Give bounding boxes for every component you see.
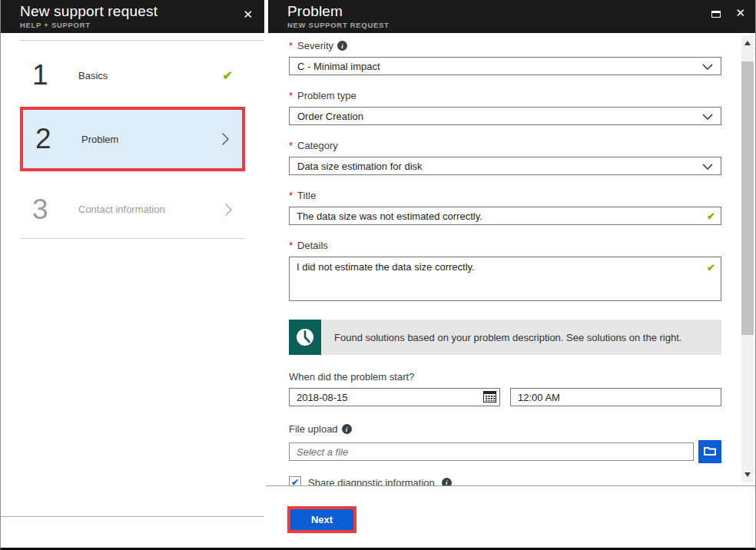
date-input[interactable] <box>289 388 500 406</box>
problem-form: * Severity i C - Minimal impact * Proble… <box>268 35 756 485</box>
valid-check-icon: ✔ <box>707 262 715 273</box>
file-select-input[interactable] <box>289 442 694 461</box>
problem-subtitle: NEW SUPPORT REQUEST <box>287 21 756 29</box>
calendar-icon[interactable] <box>482 390 496 404</box>
chevron-right-icon <box>224 203 233 217</box>
severity-label: * Severity i <box>289 40 721 51</box>
step-contact-information[interactable]: 3 Contact information <box>20 188 245 230</box>
problem-title: Problem <box>287 3 756 20</box>
info-icon[interactable]: i <box>342 424 352 434</box>
scrollbar-thumb[interactable] <box>741 61 754 335</box>
divider <box>1 516 264 517</box>
support-request-window: New support request HELP + SUPPORT ✕ 1 B… <box>0 0 756 550</box>
maximize-icon[interactable] <box>711 11 721 18</box>
folder-browse-button[interactable] <box>698 440 721 463</box>
folder-icon <box>703 446 717 459</box>
time-input[interactable] <box>510 388 721 406</box>
step-problem[interactable]: 2 Problem <box>20 107 245 171</box>
step-label: Basics <box>78 70 108 81</box>
title-label: * Title <box>289 190 721 201</box>
solutions-banner: Found solutions based on your problem de… <box>289 320 721 355</box>
details-label: * Details <box>289 240 721 251</box>
chevron-right-icon <box>221 132 230 146</box>
wizard-panel: New support request HELP + SUPPORT ✕ 1 B… <box>1 0 264 550</box>
info-icon[interactable]: i <box>337 41 347 51</box>
solutions-banner-text: Found solutions based on your problem de… <box>321 320 721 355</box>
problem-panel: Problem NEW SUPPORT REQUEST ✕ * Severity… <box>266 0 756 550</box>
valid-check-icon: ✔ <box>707 210 715 222</box>
wizard-subtitle: HELP + SUPPORT <box>20 21 264 29</box>
share-diagnostic-checkbox[interactable]: ✔ <box>289 476 301 485</box>
divider <box>20 238 245 239</box>
scroll-up-icon[interactable] <box>741 37 754 49</box>
chevron-down-icon <box>702 161 713 172</box>
category-label: * Category <box>289 140 721 151</box>
next-button[interactable]: Next <box>290 509 353 530</box>
wizard-header: New support request HELP + SUPPORT ✕ <box>1 0 264 33</box>
chevron-down-icon <box>702 61 713 72</box>
step-number: 2 <box>35 123 63 155</box>
scroll-down-icon[interactable] <box>741 469 754 481</box>
step-label: Problem <box>81 134 118 145</box>
step-number: 1 <box>32 59 60 91</box>
wizard-title: New support request <box>20 3 264 20</box>
annotation-highlight: Next <box>287 506 356 533</box>
step-basics[interactable]: 1 Basics ✔ <box>20 55 245 95</box>
clock-icon <box>289 320 321 355</box>
problem-type-label: * Problem type <box>289 90 721 101</box>
vertical-scrollbar[interactable] <box>741 35 754 482</box>
close-icon[interactable]: ✕ <box>243 8 253 20</box>
divider <box>266 485 756 486</box>
when-label: When did the problem start? <box>289 371 721 383</box>
divider <box>20 40 264 41</box>
chevron-down-icon <box>702 111 713 122</box>
info-icon[interactable]: i <box>442 478 452 486</box>
step-number: 3 <box>32 194 60 226</box>
file-upload-label: File upload i <box>289 423 721 435</box>
close-icon[interactable]: ✕ <box>735 7 745 18</box>
details-textarea[interactable]: I did not estimate the data size correct… <box>289 257 721 301</box>
problem-header: Problem NEW SUPPORT REQUEST ✕ <box>268 0 756 33</box>
severity-select[interactable]: C - Minimal impact <box>289 57 721 75</box>
problem-type-select[interactable]: Order Creation <box>289 107 721 125</box>
title-input[interactable] <box>289 207 721 225</box>
step-label: Contact information <box>78 204 165 215</box>
step-complete-check-icon: ✔ <box>223 68 233 83</box>
share-diagnostic-label: Share diagnostic information <box>308 477 435 486</box>
category-select[interactable]: Data size estimation for disk <box>289 157 721 175</box>
